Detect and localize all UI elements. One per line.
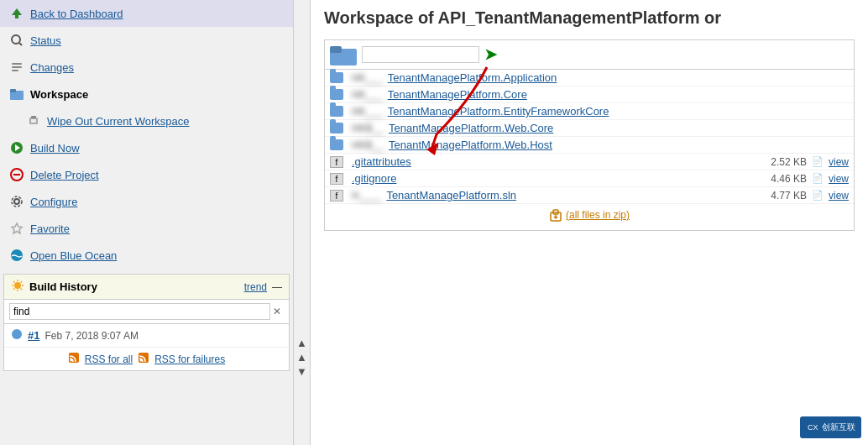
svg-text:CX: CX: [808, 423, 818, 432]
rss-all-link[interactable]: RSS for all: [85, 353, 133, 365]
build-icon: [8, 139, 25, 156]
file-row: f H____ TenantManagePlatform.sln 4.77 KB…: [325, 187, 854, 204]
build-search-clear-button[interactable]: ✕: [270, 306, 284, 317]
view-file-link[interactable]: view: [829, 173, 849, 185]
sidebar-item-favorite[interactable]: Favorite: [0, 215, 293, 242]
scroll-up-small-button[interactable]: ▲: [296, 351, 307, 364]
sidebar-item-changes[interactable]: Changes: [0, 54, 293, 81]
sidebar-item-wipe-workspace[interactable]: Wipe Out Current Workspace: [0, 107, 293, 134]
build-history-dash: —: [272, 281, 282, 293]
rss-footer: RSS for all RSS for failures: [4, 348, 289, 370]
file-size: 4.77 KB: [756, 190, 807, 202]
file-prefix: H____: [352, 190, 381, 202]
file-icon: f: [330, 173, 343, 185]
changes-icon: [8, 59, 25, 76]
file-row: HKB__ TenantManagePlatform.Web.Host: [325, 137, 854, 154]
view-file-link[interactable]: view: [829, 190, 849, 202]
file-prefix: HK___: [352, 89, 383, 101]
workspace-icon: [8, 86, 25, 102]
sidebar-item-delete-project[interactable]: Delete Project: [0, 161, 293, 188]
svg-rect-9: [31, 116, 36, 118]
gear-icon: [8, 193, 25, 210]
file-prefix: HKB__: [352, 123, 384, 134]
brand-logo: CX 创新互联: [800, 416, 861, 438]
wipe-icon: [25, 113, 42, 129]
sidebar-item-open-blue-ocean[interactable]: Open Blue Ocean: [0, 242, 293, 269]
file-row: HK___ TenantManagePlatform.Core: [325, 86, 854, 103]
svg-point-1: [12, 35, 20, 44]
svg-line-28: [21, 281, 23, 283]
workspace-browser: ➤ HK___ TenantManagePlatform.Application…: [324, 39, 855, 231]
search-icon: [8, 32, 25, 49]
workspace-path-input[interactable]: [362, 46, 479, 63]
workspace-path-bar: ➤: [325, 40, 854, 70]
build-history-trend-link[interactable]: trend: [244, 281, 267, 293]
svg-line-27: [21, 289, 23, 291]
folder-icon: [330, 72, 343, 83]
svg-line-26: [13, 281, 15, 283]
brand-icon: CX: [806, 420, 819, 435]
svg-marker-0: [12, 8, 22, 18]
file-row: f .gitattributes 2.52 KB 📄 view: [325, 154, 854, 170]
file-name-link[interactable]: TenantManagePlatform.Web.Core: [389, 122, 849, 134]
file-name-link[interactable]: TenantManagePlatform.Web.Host: [389, 139, 849, 151]
build-history-title: Build History: [29, 280, 239, 293]
file-prefix: HK___: [352, 106, 383, 118]
file-icon-small: 📄: [812, 156, 824, 167]
zip-download-row: (all files in zip): [325, 204, 854, 230]
svg-line-29: [13, 289, 15, 291]
folder-icon: [330, 123, 343, 134]
arrow-up-icon: [8, 5, 25, 22]
build-number-link[interactable]: #1: [28, 329, 39, 342]
svg-rect-36: [330, 46, 342, 53]
svg-line-2: [19, 43, 22, 45]
file-row: HK___ TenantManagePlatform.Application: [325, 70, 854, 86]
sidebar-item-build-now[interactable]: Build Now: [0, 134, 293, 161]
svg-rect-4: [12, 66, 22, 68]
file-row: HK___ TenantManagePlatform.EntityFramewo…: [325, 103, 854, 120]
file-prefix: HKB__: [352, 139, 384, 151]
brand-text: 创新互联: [822, 421, 855, 433]
view-file-link[interactable]: view: [829, 156, 849, 168]
file-icon: f: [330, 190, 343, 202]
zip-download-link[interactable]: (all files in zip): [566, 209, 630, 225]
file-icon: f: [330, 156, 343, 168]
sidebar-item-status[interactable]: Status: [0, 27, 293, 54]
build-history-sun-icon: [11, 279, 24, 295]
file-name-link[interactable]: TenantManagePlatform.sln: [386, 189, 751, 202]
svg-point-18: [12, 196, 22, 207]
svg-rect-5: [12, 70, 18, 71]
file-row: f .gitignore 4.46 KB 📄 view: [325, 170, 854, 187]
folder-icon: [330, 89, 343, 100]
rss-failures-link[interactable]: RSS for failures: [154, 353, 225, 365]
scroll-down-button[interactable]: ▼: [296, 365, 307, 378]
sidebar-item-workspace[interactable]: Workspace: [0, 81, 293, 107]
star-icon: [8, 220, 25, 237]
build-history-header: Build History trend —: [4, 275, 289, 300]
file-name-link[interactable]: TenantManagePlatform.Core: [388, 88, 849, 101]
ocean-icon: [8, 247, 25, 264]
file-row: HKB__ TenantManagePlatform.Web.Core: [325, 120, 854, 137]
build-date: Feb 7, 2018 9:07 AM: [44, 330, 138, 342]
svg-point-30: [12, 329, 22, 339]
file-name-link[interactable]: TenantManagePlatform.EntityFrameworkCore: [388, 105, 849, 118]
svg-point-21: [14, 282, 21, 289]
workspace-go-button[interactable]: ➤: [484, 45, 497, 64]
sidebar-item-back-to-dashboard[interactable]: Back to Dashboard: [0, 0, 293, 27]
file-name-link[interactable]: .gitignore: [352, 172, 751, 185]
svg-rect-3: [12, 63, 22, 65]
file-icon-small: 📄: [812, 190, 824, 201]
svg-point-17: [14, 199, 19, 204]
file-name-link[interactable]: .gitattributes: [352, 155, 751, 168]
build-history-entry: #1 Feb 7, 2018 9:07 AM: [4, 324, 289, 348]
build-search-input[interactable]: [9, 303, 270, 320]
build-status-icon: [11, 328, 23, 343]
scroll-up-button[interactable]: ▲: [296, 337, 307, 349]
file-name-link[interactable]: TenantManagePlatform.Application: [388, 71, 849, 84]
sidebar-item-configure[interactable]: Configure: [0, 188, 293, 215]
svg-rect-7: [10, 89, 16, 92]
svg-marker-19: [12, 223, 22, 233]
folder-icon: [330, 139, 343, 150]
page-title: Workspace of API_TenantManagementPlatfor…: [324, 8, 855, 28]
build-history-search: ✕: [4, 300, 289, 324]
